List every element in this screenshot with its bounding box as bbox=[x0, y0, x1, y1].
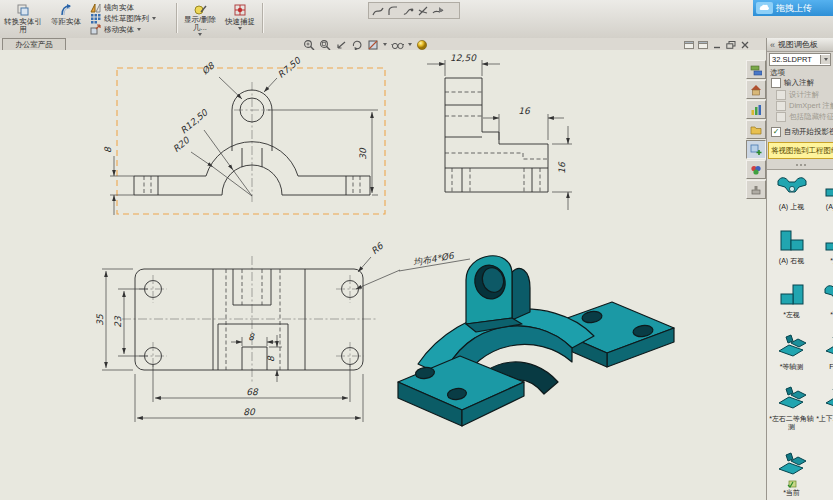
appearances-tab-icon[interactable] bbox=[746, 160, 766, 179]
view-thumb-back[interactable]: *后视 bbox=[816, 228, 833, 265]
custom-properties-tab-icon[interactable] bbox=[746, 180, 766, 199]
document-selector-dropdown[interactable]: 32.SLDPRT bbox=[769, 53, 831, 66]
fillet-tool-icon[interactable] bbox=[387, 5, 399, 17]
dim-top-corner-radius[interactable]: R6 bbox=[369, 240, 386, 256]
view-thumb-bottom[interactable]: *下视 bbox=[816, 282, 833, 319]
zoom-area-icon[interactable] bbox=[319, 39, 331, 51]
view-thumb-top[interactable]: (A) 上视 bbox=[769, 174, 814, 211]
view-thumb-icon bbox=[824, 282, 833, 308]
dim-side-height[interactable]: 16 bbox=[557, 161, 567, 174]
design-annotations-checkbox[interactable] bbox=[776, 90, 786, 100]
move-entities-caret-icon[interactable] bbox=[137, 28, 141, 31]
mirror-entities-label: 镜向实体 bbox=[104, 4, 134, 12]
tab-office-products-label: 办公室产品 bbox=[15, 40, 53, 50]
view-thumb-isometric[interactable]: *等轴测 bbox=[769, 334, 814, 371]
drawing-view-side[interactable]: 12,50 16 16 bbox=[427, 53, 572, 210]
view-thumb-custom[interactable]: FFSD bbox=[816, 334, 833, 371]
display-style-caret-icon[interactable] bbox=[408, 43, 412, 46]
offset-entities-icon bbox=[59, 3, 73, 17]
move-entities-icon bbox=[90, 24, 101, 35]
auto-start-projected-row: ✓ 自动开始投影视图 bbox=[771, 127, 833, 137]
quick-snaps-label: 快速捕捉 bbox=[225, 18, 255, 26]
dim-front-lug-radius[interactable]: R7,50 bbox=[276, 55, 304, 80]
extend-tool-icon[interactable] bbox=[432, 5, 444, 17]
resources-tab-icon[interactable] bbox=[746, 60, 766, 79]
view-thumbnails-area: (A) 上视 (A) 前视 (A) 右视 *后视 *左视 bbox=[767, 169, 833, 500]
hidden-items-row: 包括隐藏特征的项 bbox=[776, 112, 833, 122]
view-thumb-current[interactable]: *当前 bbox=[769, 452, 814, 497]
dim-side-step[interactable]: 16 bbox=[518, 106, 531, 116]
view-palette-tab-icon[interactable] bbox=[746, 140, 766, 159]
view-thumb-right[interactable]: (A) 右视 bbox=[769, 228, 814, 265]
view-thumb-left[interactable]: *左视 bbox=[769, 282, 814, 319]
import-annotations-checkbox[interactable] bbox=[771, 78, 781, 88]
rotate-view-icon[interactable] bbox=[351, 39, 363, 51]
view-thumb-icon bbox=[777, 386, 807, 412]
drawing-view-front[interactable]: 30 8 Ø8 R7,50 R12,50 R20 bbox=[103, 55, 378, 215]
view-palette-header: « 视图调色板 bbox=[767, 38, 833, 52]
upload-button[interactable]: 拖拽上传 bbox=[753, 0, 833, 16]
appearance-icon[interactable] bbox=[416, 39, 428, 51]
linear-pattern-icon bbox=[90, 13, 101, 24]
dim-top-depth[interactable]: 35 bbox=[95, 313, 105, 326]
dim-top-hole-spacing-h[interactable]: 68 bbox=[246, 387, 259, 397]
dim-top-slot-depth[interactable]: 8 bbox=[266, 355, 276, 362]
linear-pattern-button[interactable]: 线性草图阵列 bbox=[90, 13, 156, 24]
file-explorer-tab-icon[interactable] bbox=[746, 120, 766, 139]
design-library-tab-icon[interactable] bbox=[746, 100, 766, 119]
dimxpert-annotations-checkbox[interactable] bbox=[776, 101, 786, 111]
spline-tool-icon[interactable] bbox=[372, 5, 384, 17]
convert-entities-button[interactable]: 转换实体引用 bbox=[2, 2, 44, 37]
zoom-fit-icon[interactable] bbox=[303, 39, 315, 51]
restore-icon[interactable] bbox=[725, 40, 736, 49]
previous-view-icon[interactable] bbox=[335, 39, 347, 51]
dim-front-plate-height[interactable]: 8 bbox=[103, 146, 113, 153]
dim-top-slot-width[interactable]: 8 bbox=[248, 332, 255, 342]
hidden-items-checkbox[interactable] bbox=[776, 112, 786, 122]
section-view-icon[interactable] bbox=[367, 39, 379, 51]
view-thumb-dimetric[interactable]: *左右二等角轴测 bbox=[769, 386, 814, 431]
dim-front-height[interactable]: 30 bbox=[358, 147, 368, 160]
dim-side-tab-width[interactable]: 12,50 bbox=[450, 53, 477, 63]
quick-snaps-button[interactable]: 快速捕捉 bbox=[222, 2, 258, 37]
dimxpert-annotations-label: DimXpert 注解 bbox=[789, 101, 833, 111]
view-orientation-caret-icon[interactable] bbox=[383, 43, 387, 46]
view-thumb-trimetric[interactable]: *上下二等角轴测 bbox=[816, 386, 833, 431]
home-tab-icon[interactable] bbox=[746, 80, 766, 99]
display-style-icon[interactable] bbox=[391, 39, 404, 51]
quick-snaps-caret-icon[interactable] bbox=[238, 27, 242, 30]
dim-front-arch-inner[interactable]: R12,50 bbox=[179, 107, 211, 136]
model-3d-isometric[interactable] bbox=[398, 256, 674, 426]
curve-tool-icon[interactable] bbox=[402, 5, 414, 17]
display-relations-caret-icon[interactable] bbox=[198, 33, 202, 36]
trim-tool-icon[interactable] bbox=[417, 5, 429, 17]
move-entities-button[interactable]: 移动实体 bbox=[90, 24, 141, 35]
view-thumb-front[interactable]: (A) 前视 bbox=[816, 174, 833, 211]
minimize-icon[interactable] bbox=[711, 40, 722, 49]
design-annotations-row: 设计注解 bbox=[776, 90, 819, 100]
dim-front-arch-outer[interactable]: R20 bbox=[171, 134, 192, 154]
display-relations-button[interactable]: 显示/删除几... bbox=[181, 2, 219, 37]
new-window-icon[interactable] bbox=[683, 40, 694, 49]
dim-top-width[interactable]: 80 bbox=[243, 407, 256, 417]
convert-entities-label: 转换实体引用 bbox=[3, 18, 43, 34]
offset-entities-button[interactable]: 等距实体 bbox=[46, 2, 86, 37]
dim-front-hole[interactable]: Ø8 bbox=[200, 60, 217, 77]
cascade-window-icon[interactable] bbox=[697, 40, 708, 49]
task-pane: « 视图调色板 32.SLDPRT 选项 输入注解 设计注解 DimXpert … bbox=[745, 38, 833, 500]
linear-pattern-caret-icon[interactable] bbox=[152, 17, 156, 20]
mirror-entities-button[interactable]: 镜向实体 bbox=[90, 2, 134, 13]
move-entities-label: 移动实体 bbox=[104, 26, 134, 34]
drawing-sheet-canvas[interactable]: 30 8 Ø8 R7,50 R12,50 R20 12,50 16 16 bbox=[0, 50, 745, 500]
view-palette-title: 视图调色板 bbox=[778, 39, 818, 50]
auto-start-projected-label: 自动开始投影视图 bbox=[784, 127, 833, 137]
display-relations-icon bbox=[193, 3, 207, 15]
auto-start-projected-checkbox[interactable]: ✓ bbox=[771, 127, 781, 137]
display-relations-label: 显示/删除几... bbox=[182, 16, 218, 32]
view-thumb-icon bbox=[824, 386, 833, 412]
panel-splitter[interactable] bbox=[767, 162, 833, 168]
dim-top-hole-spacing-v[interactable]: 23 bbox=[113, 315, 123, 328]
collapse-panel-button[interactable]: « bbox=[770, 40, 775, 50]
task-pane-tab-strip bbox=[746, 60, 766, 200]
dimxpert-annotations-row: DimXpert 注解 bbox=[776, 101, 833, 111]
